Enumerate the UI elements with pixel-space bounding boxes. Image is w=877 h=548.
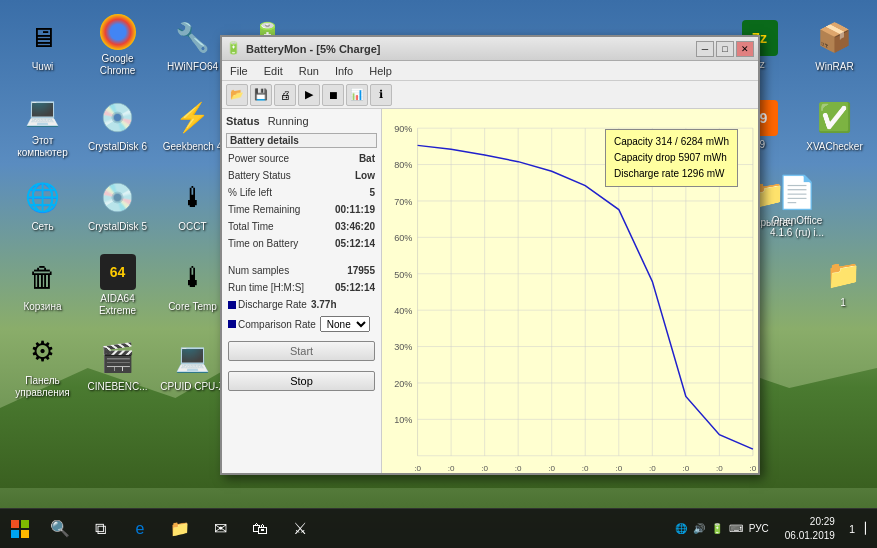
svg-text::0: :0 [582,464,589,473]
toolbar-btn-3[interactable]: 🖨 [274,84,296,106]
toolbar-btn-7[interactable]: ℹ [370,84,392,106]
toolbar-btn-5[interactable]: ⏹ [322,84,344,106]
system-tray: 🌐 🔊 🔋 ⌨ РУС [667,523,777,534]
task-view-button[interactable]: ⧉ [80,509,120,549]
desktop: 🖥 Чuwi Google Chrome 🔧 HWiNFO64 🔋 Batter… [0,0,877,548]
chart-tooltip: Capacity 314 / 6284 mWh Capacity drop 59… [605,129,738,187]
desktop-icon-cpuz[interactable]: 💻 CPUID CPU-Z [155,325,230,405]
folder1-label: 1 [840,297,846,309]
desktop-icon-chuwi[interactable]: 🖥 Чuwi [5,5,80,85]
svg-text:30%: 30% [394,343,412,353]
battery-status-row: Battery Status Low [226,169,377,182]
network-tray-icon[interactable]: 🌐 [675,523,687,534]
file-explorer-button[interactable]: 📁 [160,509,200,549]
mail-button[interactable]: ✉ [200,509,240,549]
time-on-battery-value: 05:12:14 [335,238,375,249]
num-samples-label: Num samples [228,265,289,276]
xvachecker-label: XVAChecker [806,141,863,153]
svg-text::0: :0 [682,464,689,473]
num-samples-row: Num samples 17955 [226,264,377,277]
desktop-icon-winrar[interactable]: 📦 WinRAR [797,5,872,85]
status-label: Status [226,115,260,127]
desktop-icon-trash[interactable]: 🗑 Корзина [5,245,80,325]
aida64-label: AIDA64 Extreme [84,293,151,317]
desktop-icon-cinebench[interactable]: 🎬 CINEBENC... [80,325,155,405]
controlpanel-label: Панель управления [9,375,76,399]
run-time-label: Run time [H:M:S] [228,282,304,293]
search-button[interactable]: 🔍 [40,509,80,549]
desktop-icon-aida64[interactable]: 64 AIDA64 Extreme [80,245,155,325]
sound-tray-icon[interactable]: 🔊 [693,523,705,534]
svg-text::0: :0 [548,464,555,473]
life-left-label: % Life left [228,187,272,198]
time-remaining-label: Time Remaining [228,204,300,215]
close-button[interactable]: ✕ [736,41,754,57]
svg-text::0: :0 [448,464,455,473]
toolbar-btn-2[interactable]: 💾 [250,84,272,106]
edge-browser-button[interactable]: e [120,509,160,549]
svg-text:10%: 10% [394,415,412,425]
menu-info[interactable]: Info [331,65,357,77]
start-menu-button[interactable] [0,509,40,549]
start-button[interactable]: Start [228,341,375,361]
stronghold-button[interactable]: ⚔ [280,509,320,549]
desktop-icon-xvachecker[interactable]: ✅ XVAChecker [797,85,872,165]
show-desktop-button[interactable]: ▏ [861,522,877,535]
taskbar-clock[interactable]: 20:29 06.01.2019 [777,515,843,543]
menu-file[interactable]: File [226,65,252,77]
desktop-icon-network[interactable]: 🌐 Сеть [5,165,80,245]
power-source-row: Power source Bat [226,152,377,165]
menu-help[interactable]: Help [365,65,396,77]
xvachecker-icon: ✅ [815,98,855,138]
discharge-rate-text: Discharge rate 1296 mW [614,166,729,182]
desktop-icon-hwinfo[interactable]: 🔧 HWiNFO64 [155,5,230,85]
menu-edit[interactable]: Edit [260,65,287,77]
toolbar-btn-1[interactable]: 📂 [226,84,248,106]
desktop-icon-1[interactable]: 📁 1 [819,250,867,313]
power-source-value: Bat [359,153,375,164]
toolbar-btn-4[interactable]: ▶ [298,84,320,106]
coretemp-label: Core Temp [168,301,217,313]
crystaldisk6-label: CrystalDisk 6 [88,141,147,153]
cinebench-label: CINEBENC... [87,381,147,393]
cinebench-icon: 🎬 [98,338,138,378]
store-button[interactable]: 🛍 [240,509,280,549]
desktop-icon-geekbench[interactable]: ⚡ Geekbench 4 [155,85,230,165]
toolbar-btn-6[interactable]: 📊 [346,84,368,106]
cpuz-icon: 💻 [173,338,213,378]
desktop-icon-crystaldisk5[interactable]: 💿 CrystalDisk 5 [80,165,155,245]
comparison-rate-select[interactable]: None [320,316,370,332]
window-content: Status Running Battery details Power sou… [222,109,758,473]
hwinfo-label: HWiNFO64 [167,61,218,73]
svg-text:90%: 90% [394,124,412,134]
svg-text:60%: 60% [394,233,412,243]
desktop-icon-chrome[interactable]: Google Chrome [80,5,155,85]
stop-button[interactable]: Stop [228,371,375,391]
menu-run[interactable]: Run [295,65,323,77]
comparison-rate-row: Comparison Rate None [226,315,377,333]
keyboard-tray-icon[interactable]: ⌨ [729,523,743,534]
clock-date: 06.01.2019 [785,529,835,543]
desktop-icon-controlpanel[interactable]: ⚙ Панель управления [5,325,80,405]
discharge-indicator [228,301,236,309]
battery-status-label: Battery Status [228,170,291,181]
desktop-icon-coretemp[interactable]: 🌡 Core Temp [155,245,230,325]
notification-count[interactable]: 1 [843,523,861,535]
svg-text::0: :0 [515,464,522,473]
aida64-icon: 64 [100,254,136,290]
maximize-button[interactable]: □ [716,41,734,57]
status-row: Status Running [226,113,377,129]
desktop-icon-crystaldisk6[interactable]: 💿 CrystalDisk 6 [80,85,155,165]
discharge-rate-label: Discharge Rate [238,299,307,310]
desktop-icon-occt[interactable]: 🌡 OCCT [155,165,230,245]
svg-rect-44 [21,530,29,538]
desktop-icon-mycomputer[interactable]: 💻 Этот компьютер [5,85,80,165]
minimize-button[interactable]: ─ [696,41,714,57]
time-remaining-row: Time Remaining 00:11:19 [226,203,377,216]
battery-tray-icon[interactable]: 🔋 [711,523,723,534]
total-time-label: Total Time [228,221,274,232]
power-source-label: Power source [228,153,289,164]
folder1-icon: 📁 [823,254,863,294]
occt-icon: 🌡 [173,178,213,218]
language-indicator[interactable]: РУС [749,523,769,534]
